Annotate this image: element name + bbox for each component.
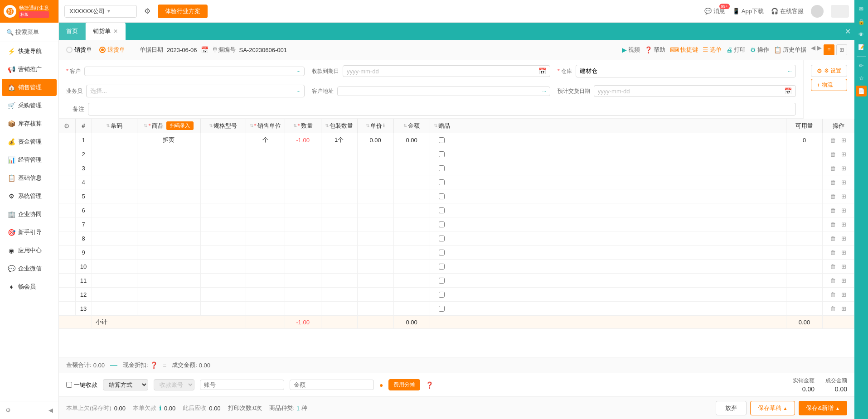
- sidebar-item-wechat[interactable]: 💬 企业微信: [2, 260, 57, 277]
- row-desc-cell[interactable]: [454, 147, 786, 161]
- row-qty-cell[interactable]: [285, 288, 321, 302]
- delete-row-btn[interactable]: 🗑: [829, 234, 838, 243]
- row-desc-cell[interactable]: [454, 231, 786, 246]
- app-download-btn[interactable]: 📱 App下载: [732, 7, 764, 15]
- gift-checkbox[interactable]: [439, 179, 445, 185]
- expected-date-input[interactable]: yyyy-mm-dd 📅: [594, 85, 796, 97]
- form-settings-btn[interactable]: ⚙ ⚙ 设置: [811, 65, 847, 77]
- row-product-cell[interactable]: [137, 231, 200, 246]
- copy-row-btn[interactable]: ⊞: [839, 220, 849, 229]
- row-spec-cell[interactable]: [200, 189, 246, 203]
- gift-checkbox[interactable]: [439, 278, 445, 284]
- warehouse-input[interactable]: 建材仓 ···: [576, 65, 795, 77]
- row-qty-cell[interactable]: [285, 203, 321, 217]
- shortcuts-btn[interactable]: ⌨ 快捷键: [670, 46, 698, 54]
- sidebar-item-guide[interactable]: 🎯 新手引导: [2, 224, 57, 241]
- sidebar-item-operations[interactable]: 📊 经营管理: [2, 151, 57, 169]
- payment-method-select[interactable]: 结算方式: [103, 379, 148, 390]
- row-product-cell[interactable]: [137, 288, 200, 302]
- row-spec-cell[interactable]: [200, 302, 246, 316]
- row-qty-cell[interactable]: [285, 246, 321, 260]
- row-qty-cell[interactable]: [285, 217, 321, 231]
- rp-message-btn[interactable]: ✉: [856, 4, 867, 14]
- row-unit-cell[interactable]: [246, 274, 285, 288]
- row-price-cell[interactable]: [357, 231, 393, 246]
- row-barcode-cell[interactable]: [92, 175, 137, 189]
- copy-row-btn[interactable]: ⊞: [839, 135, 849, 144]
- topbar-gear-btn[interactable]: ⚙: [141, 5, 154, 18]
- expense-split-btn[interactable]: 费用分摊: [388, 379, 420, 390]
- row-barcode-cell[interactable]: [92, 133, 137, 147]
- delete-row-btn[interactable]: 🗑: [829, 206, 838, 215]
- row-desc-cell[interactable]: [454, 274, 786, 288]
- row-qty-cell[interactable]: -1.00: [285, 133, 321, 147]
- grid-view-btn[interactable]: ⊞: [836, 44, 847, 55]
- row-unit-cell[interactable]: 个: [246, 133, 285, 147]
- row-barcode-cell[interactable]: [92, 260, 137, 274]
- row-product-cell[interactable]: 拆页: [137, 133, 200, 147]
- row-barcode-cell[interactable]: [92, 161, 137, 175]
- row-unit-cell[interactable]: [246, 260, 285, 274]
- tab-sales-order[interactable]: 销货单 ✕: [86, 23, 126, 40]
- row-product-cell[interactable]: [137, 189, 200, 203]
- row-amount-cell[interactable]: [393, 147, 430, 161]
- row-pkg-cell[interactable]: [321, 217, 357, 231]
- row-price-cell[interactable]: [357, 260, 393, 274]
- row-barcode-cell[interactable]: [92, 231, 137, 246]
- gift-checkbox[interactable]: [439, 236, 445, 241]
- gift-checkbox[interactable]: [439, 165, 445, 171]
- sidebar-item-marketing[interactable]: 📢 营销推广: [2, 61, 57, 78]
- gift-checkbox[interactable]: [439, 306, 445, 312]
- row-amount-cell[interactable]: [393, 260, 430, 274]
- row-desc-cell[interactable]: [454, 189, 786, 203]
- row-barcode-cell[interactable]: [92, 147, 137, 161]
- row-qty-cell[interactable]: [285, 189, 321, 203]
- sidebar-item-app-center[interactable]: ◉ 应用中心: [2, 242, 57, 259]
- row-barcode-cell[interactable]: [92, 274, 137, 288]
- sidebar-item-enterprise[interactable]: 🏢 企业协同: [2, 206, 57, 223]
- row-price-cell[interactable]: [357, 203, 393, 217]
- user-name-area[interactable]: [831, 5, 849, 18]
- row-amount-cell[interactable]: [393, 288, 430, 302]
- save-new-button[interactable]: 保存&新增 ▲: [799, 401, 847, 415]
- row-amount-cell[interactable]: [393, 302, 430, 316]
- doc-type-return[interactable]: 退货单: [99, 46, 125, 54]
- row-barcode-cell[interactable]: [92, 288, 137, 302]
- row-desc-cell[interactable]: [454, 217, 786, 231]
- rp-lock-btn[interactable]: 🔒: [856, 16, 867, 27]
- th-settings[interactable]: ⚙: [59, 119, 75, 133]
- rp-eye-btn[interactable]: 👁: [856, 29, 867, 40]
- delete-row-btn[interactable]: 🗑: [829, 178, 838, 187]
- history-btn[interactable]: 📋 历史单据: [774, 46, 806, 54]
- one-click-checkbox[interactable]: [66, 382, 72, 388]
- delete-row-btn[interactable]: 🗑: [829, 149, 838, 159]
- row-barcode-cell[interactable]: [92, 189, 137, 203]
- row-amount-cell[interactable]: [393, 203, 430, 217]
- row-price-cell[interactable]: [357, 246, 393, 260]
- sidebar-settings-btn[interactable]: ⚙: [4, 405, 13, 415]
- row-spec-cell[interactable]: [200, 133, 246, 147]
- unit-sort-icon[interactable]: ⇅: [250, 123, 253, 128]
- online-service-btn[interactable]: 🎧 在线客服: [771, 7, 804, 15]
- copy-row-btn[interactable]: ⊞: [839, 164, 849, 173]
- row-barcode-cell[interactable]: [92, 302, 137, 316]
- tab-home[interactable]: 首页: [59, 23, 86, 40]
- copy-row-btn[interactable]: ⊞: [839, 304, 849, 313]
- payment-due-input[interactable]: yyyy-mm-dd 📅: [343, 65, 550, 77]
- row-unit-cell[interactable]: [246, 302, 285, 316]
- row-spec-cell[interactable]: [200, 288, 246, 302]
- row-pkg-cell[interactable]: [321, 302, 357, 316]
- row-price-cell[interactable]: [357, 189, 393, 203]
- row-price-cell[interactable]: 0.00: [357, 133, 393, 147]
- copy-row-btn[interactable]: ⊞: [839, 276, 849, 285]
- rp-doc-btn[interactable]: 📝: [856, 42, 867, 53]
- row-spec-cell[interactable]: [200, 217, 246, 231]
- row-qty-cell[interactable]: [285, 302, 321, 316]
- delete-row-btn[interactable]: 🗑: [829, 276, 838, 285]
- row-pkg-cell[interactable]: [321, 203, 357, 217]
- row-amount-cell[interactable]: 0.00: [393, 133, 430, 147]
- copy-row-btn[interactable]: ⊞: [839, 206, 849, 215]
- gift-sort-icon[interactable]: ⇅: [434, 123, 437, 128]
- scan-btn[interactable]: 扫码录入: [166, 121, 194, 130]
- sidebar-item-inventory[interactable]: 📦 库存核算: [2, 115, 57, 132]
